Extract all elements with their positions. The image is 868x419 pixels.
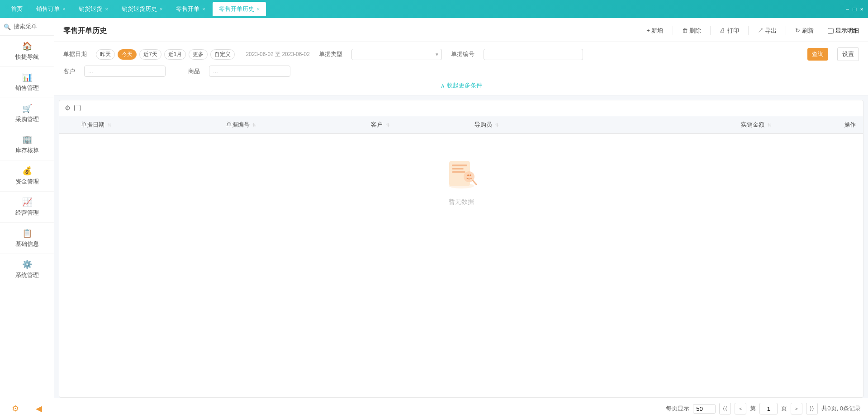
page-header: 零售开单历史 + 新增 🗑 删除 🖨 打印 ↗ 导出 ↻ 刷新 显示明细 (54, 18, 868, 42)
th-amount: 实销金额 ⇅ (631, 116, 777, 134)
select-all-checkbox[interactable] (74, 105, 81, 111)
last-page-btn[interactable]: ⟩⟩ (806, 403, 818, 414)
refresh-button[interactable]: ↻ 刷新 (791, 24, 818, 37)
tab-label-home: 首页 (11, 5, 23, 13)
sidebar-label-basic-info: 基础信息 (15, 240, 39, 248)
th-ops: 操作 (777, 116, 863, 134)
sidebar-label-operations: 经营管理 (15, 209, 39, 217)
per-page-select[interactable]: 10 20 50 100 (693, 404, 716, 414)
collapse-sidebar-icon[interactable]: ◀ (36, 404, 42, 414)
sidebar-label-inventory: 库存核算 (15, 146, 39, 155)
sidebar-item-basic-info[interactable]: 📋基础信息 (0, 223, 54, 254)
date-shortcut-0[interactable]: 昨天 (96, 49, 115, 60)
th-no-label: 单据编号 (226, 121, 250, 128)
add-button[interactable]: + 新增 (642, 24, 668, 37)
sort-no-icon[interactable]: ⇅ (252, 122, 256, 127)
settings-button[interactable]: 设置 (837, 47, 859, 61)
sidebar: 🔍 搜索采单 🏠快捷导航📊销售管理🛒采购管理🏢库存核算💰资金管理📈经营管理📋基础… (0, 18, 54, 419)
sort-salesperson-icon[interactable]: ⇅ (495, 122, 498, 127)
tab-close-sales-return[interactable]: × (105, 6, 108, 12)
date-shortcut-2[interactable]: 近7天 (139, 49, 161, 60)
sidebar-search-label: 搜索采单 (14, 23, 37, 31)
print-button[interactable]: 🖨 打印 (715, 24, 744, 37)
settings-icon[interactable]: ⚙ (12, 404, 19, 414)
sidebar-label-system: 系统管理 (15, 271, 39, 279)
filter-area: 单据日期 昨天今天近7天近1月更多自定义 2023-06-02 至 2023-0… (54, 42, 868, 95)
page-number-input[interactable] (759, 403, 778, 414)
doc-no-input[interactable] (484, 49, 583, 60)
basic-info-icon: 📋 (22, 228, 32, 238)
tab-sales-return-history[interactable]: 销货退货历史× (115, 2, 169, 16)
query-button[interactable]: 查询 (807, 48, 828, 61)
toolbar-divider-3 (748, 26, 749, 35)
sidebar-bottom: ⚙ ◀ (0, 398, 54, 419)
doc-no-label: 单据编号 (451, 50, 474, 58)
th-salesperson: 导购员 ⇅ (469, 116, 593, 134)
date-shortcut-3[interactable]: 近1月 (164, 49, 186, 60)
display-detail-toggle[interactable]: 显示明细 (828, 27, 859, 35)
toolbar-divider-2 (710, 26, 711, 35)
main-layout: 🔍 搜索采单 🏠快捷导航📊销售管理🛒采购管理🏢库存核算💰资金管理📈经营管理📋基础… (0, 18, 868, 419)
page-label: 第 (750, 405, 756, 413)
table-settings-icon[interactable]: ⚙ (65, 104, 71, 112)
data-table: 单据日期 ⇅ 单据编号 ⇅ 客户 ⇅ (59, 116, 863, 134)
toolbar-divider-1 (673, 26, 673, 35)
empty-text: 暂无数据 (449, 198, 474, 206)
operations-icon: 📈 (22, 197, 32, 207)
collapse-row[interactable]: ∧ 收起更多条件 (63, 81, 859, 89)
sidebar-item-system[interactable]: ⚙️系统管理 (0, 254, 54, 285)
empty-illustration (441, 152, 482, 193)
toolbar-divider-5 (823, 26, 823, 35)
customer-ellipsis-icon: ... (88, 68, 93, 75)
sort-amount-icon[interactable]: ⇅ (768, 122, 771, 127)
sort-customer-icon[interactable]: ⇅ (386, 122, 389, 127)
date-label: 单据日期 (63, 50, 87, 58)
sidebar-item-purchase-mgmt[interactable]: 🛒采购管理 (0, 98, 54, 129)
system-icon: ⚙️ (22, 259, 32, 269)
maximize-btn[interactable]: □ (853, 6, 857, 13)
per-page-label: 每页显示 (666, 405, 689, 413)
doc-type-select[interactable] (351, 49, 442, 60)
purchase-mgmt-icon: 🛒 (22, 104, 32, 113)
product-input[interactable]: ... (209, 66, 290, 77)
tab-label-sales-return-history: 销货退货历史 (122, 5, 157, 13)
table-wrapper: 单据日期 ⇅ 单据编号 ⇅ 客户 ⇅ (59, 116, 863, 397)
sidebar-label-purchase-mgmt: 采购管理 (15, 115, 39, 123)
delete-button[interactable]: 🗑 删除 (678, 24, 706, 37)
sidebar-item-inventory[interactable]: 🏢库存核算 (0, 129, 54, 160)
customer-input[interactable]: ... (84, 66, 166, 77)
th-no: 单据编号 ⇅ (221, 116, 366, 134)
export-button[interactable]: ↗ 导出 (753, 24, 782, 37)
tab-close-retail-open-history[interactable]: × (257, 6, 260, 12)
date-shortcut-1[interactable]: 今天 (118, 49, 137, 60)
sidebar-item-operations[interactable]: 📈经营管理 (0, 192, 54, 223)
date-shortcut-4[interactable]: 更多 (189, 49, 208, 60)
empty-state: 暂无数据 (59, 134, 863, 224)
tab-close-retail-open[interactable]: × (202, 6, 205, 12)
sidebar-search[interactable]: 🔍 搜索采单 (0, 18, 54, 36)
tab-close-sales-order[interactable]: × (62, 6, 65, 12)
sidebar-label-finance: 资金管理 (15, 178, 39, 186)
collapse-label: 收起更多条件 (447, 81, 482, 89)
display-detail-checkbox[interactable] (828, 28, 834, 34)
tab-home[interactable]: 首页 (5, 2, 29, 16)
minimize-btn[interactable]: − (846, 6, 849, 13)
prev-page-btn[interactable]: ＜ (735, 403, 746, 414)
top-bar: 首页销售订单×销货退货×销货退货历史×零售开单×零售开单历史× − □ × (0, 0, 868, 18)
tab-sales-return[interactable]: 销货退货× (72, 2, 114, 16)
sidebar-item-quick-nav[interactable]: 🏠快捷导航 (0, 36, 54, 67)
tab-retail-open[interactable]: 零售开单× (170, 2, 211, 16)
date-shortcut-5[interactable]: 自定义 (210, 49, 235, 60)
date-range-display: 2023-06-02 至 2023-06-02 (246, 51, 309, 58)
tab-sales-order[interactable]: 销售订单× (30, 2, 71, 16)
sidebar-item-finance[interactable]: 💰资金管理 (0, 160, 54, 192)
table-head: 单据日期 ⇅ 单据编号 ⇅ 客户 ⇅ (59, 116, 863, 134)
tab-retail-open-history[interactable]: 零售开单历史× (213, 2, 266, 16)
next-page-btn[interactable]: ＞ (791, 403, 802, 414)
sidebar-item-sales-mgmt[interactable]: 📊销售管理 (0, 67, 54, 98)
first-page-btn[interactable]: ⟨⟨ (719, 403, 731, 414)
tab-close-sales-return-history[interactable]: × (160, 6, 162, 12)
window-close-btn[interactable]: × (860, 6, 863, 13)
svg-line-6 (473, 180, 476, 184)
sort-date-icon[interactable]: ⇅ (108, 122, 111, 127)
